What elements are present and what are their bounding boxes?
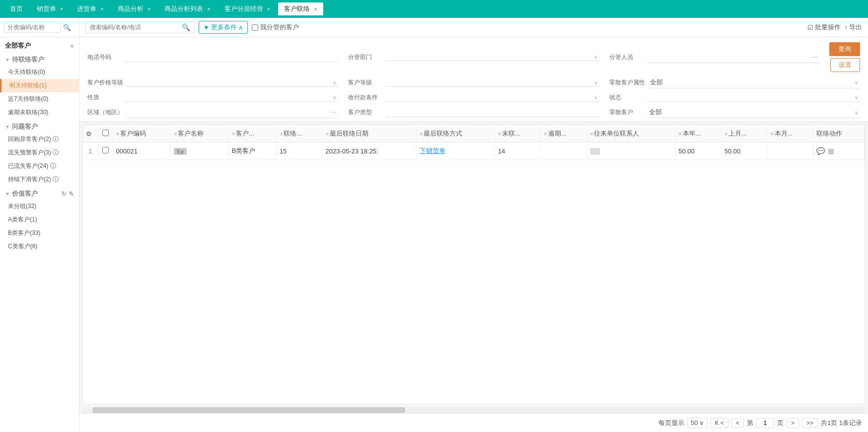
sidebar-group-value: ▼ 价值客户 ↻ ✎ [0,186,79,200]
search-box: 🔍 [85,21,195,33]
sidebar-item-repurchase-abnormal[interactable]: 回购异常客户(2) ⓘ [0,133,79,146]
per-page-select[interactable]: 50 ∨ [687,418,707,428]
filter-icon: ▼ [203,24,210,31]
sort-icon-name: ≡ [174,131,177,137]
filter-input-phone[interactable] [125,53,338,62]
sidebar-item-b-class[interactable]: B类客户(33) [0,226,79,240]
setting-button[interactable]: 设置 [830,58,860,72]
filter-row-status: 状态 ∨ [609,93,860,102]
filter-select-price-level[interactable]: ∨ [126,79,338,87]
filter-label: 更多条件 [211,23,237,32]
batch-operation-btn[interactable]: ☑ 批量操作 [807,23,841,32]
sidebar-collapse-icon[interactable]: « [70,42,74,50]
nav-label-sales: 销货单 [37,4,56,13]
page-number-input[interactable] [756,418,774,428]
row-checkbox[interactable] [102,147,109,153]
search-icon[interactable]: 🔍 [182,23,190,31]
nav-item-customer-tier[interactable]: 客户分层经营 × [218,2,276,15]
search-input[interactable] [90,24,182,31]
sidebar-search-input[interactable] [4,22,61,33]
filter-row-manager: 分管人员 ··· 查询 设置 [609,42,860,72]
row-year-amount: 50.00 [675,143,722,160]
col-checkbox [98,125,113,143]
nav-item-purchase[interactable]: 进货单 × [71,2,109,15]
filter-select-nature[interactable]: ∨ [125,94,338,102]
nav-item-analysis[interactable]: 商品分析 × [112,2,156,15]
export-label: 导出 [849,23,862,32]
filter-label-region: 区域（地区） [87,108,123,117]
sidebar-search-area: 🔍 [0,18,79,37]
col-setting[interactable]: ⚙ [83,125,98,143]
sidebar-item-tomorrow[interactable]: 明天待联络(1) [0,79,79,92]
table-row: 1 000021 Ea B类客户 15 2023-05-23 18:25: 下销… [83,143,865,160]
chat-icon[interactable]: 💬 [816,147,825,155]
query-button[interactable]: 查询 [829,42,860,56]
filter-select-dept[interactable]: ∨ [386,53,599,61]
sidebar-item-c-class[interactable]: C类客户(6) [0,240,79,253]
sidebar-item-declining[interactable]: 持续下滑客户(2) ⓘ [0,173,79,186]
nav-close-analysis-list[interactable]: × [207,6,210,12]
filter-dots-region[interactable]: ··· [330,108,336,117]
last-page-btn[interactable]: >> [802,418,818,428]
filter-more-btn[interactable]: ▼ 更多条件 ∧ [199,21,248,34]
sidebar-item-7days[interactable]: 近7天待联络(0) [0,92,79,106]
sidebar-search-icon[interactable]: 🔍 [63,24,71,31]
first-page-btn[interactable]: K < [711,418,728,428]
nav-close-customer-tier[interactable]: × [267,6,270,12]
filter-row-phone: 电话号码 [87,42,338,72]
col-header-last-month: ≡上月... [721,125,767,143]
filter-label-payment: 收付款条件 [348,93,383,102]
sidebar-group-pending: ▼ 待联络客户 [0,52,79,66]
nav-item-analysis-list[interactable]: 商品分析列表 × [158,2,216,15]
top-nav: 首页 销货单 × 进货单 × 商品分析 × 商品分析列表 × 客户分层经营 × … [0,0,868,18]
sidebar-all-customers[interactable]: 全部客户 « [0,37,79,52]
settings-gear-icon[interactable]: ⚙ [86,130,92,138]
filter-select-payment[interactable]: ∨ [386,94,599,102]
prev-page-btn[interactable]: < [731,418,744,428]
horizontal-scrollbar[interactable] [82,407,865,413]
filter-input-type[interactable] [386,108,599,117]
sidebar-item-today[interactable]: 今天待联络(0) [0,66,79,79]
next-page-btn[interactable]: > [787,418,799,428]
filter-label-customer-level: 客户等级 [348,78,383,87]
toolbar-right: ☑ 批量操作 ↑ 导出 [807,23,863,32]
nav-close-sales[interactable]: × [60,6,63,12]
nav-item-sales[interactable]: 销货单 × [31,2,69,15]
customer-table: ⚙ ≡客户编码 ≡客户名称 ≡客户... [83,125,865,160]
filter-status-caret: ∨ [855,95,858,100]
filter-row-dept: 分管部门 ∨ [348,42,599,72]
sidebar-item-a-class[interactable]: A类客户(1) [0,213,79,226]
per-page-value: 50 [691,419,698,427]
value-edit-icon[interactable]: ✎ [69,190,74,198]
nav-item-customer-contact[interactable]: 客户联络 × [278,2,323,15]
pagination: 每页显示 50 ∨ K < < 第 页 > >> 共1页 1条记录 [79,413,868,432]
grid-icon[interactable]: ▦ [828,147,834,155]
col-header-last-date: ≡最后联络日期 [322,125,416,143]
sidebar-item-overdue[interactable]: 逾期未联络(30) [0,106,79,119]
nav-item-home[interactable]: 首页 [4,2,29,15]
last-method-link[interactable]: 下销货单 [420,147,445,154]
nav-close-customer-contact[interactable]: × [314,6,317,12]
col-header-contact-person: ≡往来单位联系人 [586,125,675,143]
group-triangle-problem: ▼ [5,124,10,130]
filter-select-retail[interactable]: 全部 ∨ [647,107,860,118]
my-customer-checkbox-label[interactable]: 我分管的客户 [252,23,299,32]
sidebar-item-ungrouped[interactable]: 未分组(32) [0,200,79,213]
per-page-caret: ∨ [699,419,704,427]
sidebar-item-churned[interactable]: 已流失客户(24) ⓘ [0,159,79,173]
sidebar-item-churn-warning[interactable]: 流失预警客户(3) ⓘ [0,146,79,159]
value-refresh-icon[interactable]: ↻ [61,190,67,198]
export-btn[interactable]: ↑ 导出 [845,23,863,32]
my-customer-checkbox[interactable] [252,24,258,31]
filter-select-customer-level[interactable]: ∨ [386,79,599,87]
filter-chevron: ∧ [238,24,243,31]
nav-close-purchase[interactable]: × [100,6,103,12]
row-name: Ea [171,143,229,160]
nav-close-analysis[interactable]: × [147,6,150,12]
filter-select-retail-attr[interactable]: 全部 ∨ [648,77,860,88]
sort-icon-type: ≡ [232,131,235,137]
filter-dots-manager[interactable]: ··· [812,53,818,62]
batch-label: 批量操作 [815,23,841,32]
filter-select-status[interactable]: ∨ [647,94,860,102]
select-all-checkbox[interactable] [102,130,109,136]
